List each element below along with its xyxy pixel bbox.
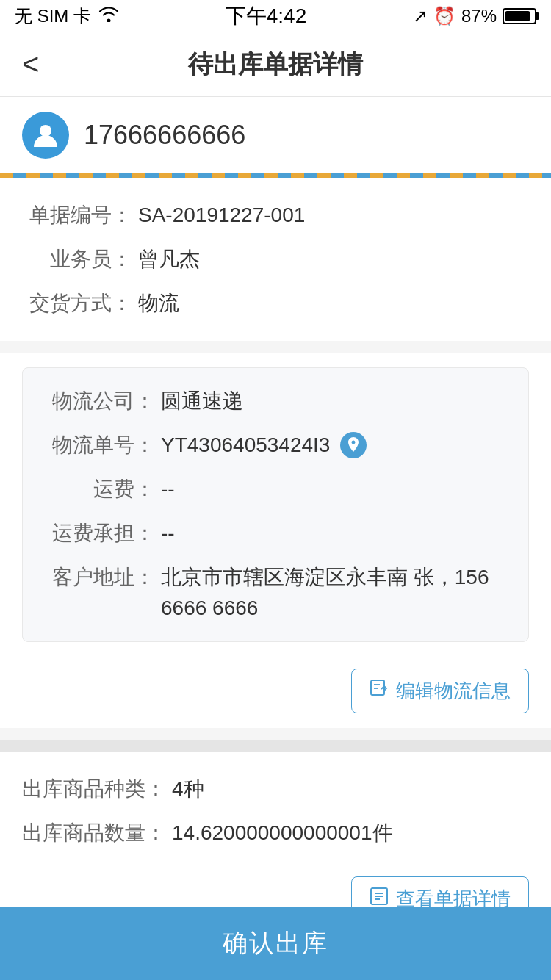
document-no-row: 单据编号： SA-20191227-001 — [22, 200, 529, 231]
edit-icon — [370, 679, 389, 703]
salesperson-row: 业务员： 曾凡杰 — [22, 244, 529, 275]
address-value: 北京市市辖区海淀区永丰南 张，156 6666 6666 — [161, 562, 506, 624]
freight-bearer-row: 运费承担： -- — [45, 518, 506, 549]
page-title: 待出库单据详情 — [188, 48, 363, 82]
freight-label: 运费： — [45, 474, 155, 505]
document-no-label: 单据编号： — [22, 200, 132, 231]
delivery-method-value: 物流 — [138, 288, 529, 319]
address-label: 客户地址： — [45, 562, 155, 593]
status-bar-left: 无 SIM 卡 — [15, 4, 119, 28]
battery-percentage: 87% — [461, 6, 497, 26]
wifi-icon — [98, 6, 119, 26]
product-qty-label: 出库商品数量： — [22, 818, 166, 849]
customer-phone: 17666666666 — [84, 120, 245, 151]
location-status-icon: ↗ — [413, 6, 428, 26]
battery-fill — [505, 11, 530, 21]
address-row: 客户地址： 北京市市辖区海淀区永丰南 张，156 6666 6666 — [45, 562, 506, 624]
avatar — [22, 112, 69, 159]
alarm-icon: ⏰ — [433, 6, 455, 26]
status-bar-right: ↗ ⏰ 87% — [413, 6, 536, 26]
logistics-section: 物流公司： 圆通速递 物流单号： YT43064053424I3 — [0, 353, 551, 728]
battery-icon — [503, 8, 536, 24]
location-icon[interactable] — [340, 432, 367, 458]
carrier-label: 无 SIM 卡 — [15, 4, 91, 28]
confirm-btn-label: 确认出库 — [223, 926, 328, 960]
status-bar: 无 SIM 卡 下午4:42 ↗ ⏰ 87% — [0, 0, 551, 32]
logistics-company-value: 圆通速递 — [161, 386, 506, 417]
order-info-section: 单据编号： SA-20191227-001 业务员： 曾凡杰 交货方式： 物流 — [0, 178, 551, 341]
tracking-no-text: YT43064053424I3 — [161, 430, 330, 461]
delivery-method-row: 交货方式： 物流 — [22, 288, 529, 319]
salesperson-value: 曾凡杰 — [138, 244, 529, 275]
edit-logistics-label: 编辑物流信息 — [396, 678, 511, 704]
confirm-outbound-button[interactable]: 确认出库 — [0, 907, 551, 980]
nav-bar: < 待出库单据详情 — [0, 32, 551, 97]
product-qty-value: 14.620000000000001件 — [172, 818, 529, 849]
tracking-value-container: YT43064053424I3 — [161, 430, 506, 461]
svg-point-0 — [40, 125, 51, 137]
main-content: 17666666666 单据编号： SA-20191227-001 业务员： 曾… — [0, 97, 551, 980]
edit-logistics-btn-wrap: 编辑物流信息 — [22, 654, 529, 713]
tracking-no-row: 物流单号： YT43064053424I3 — [45, 430, 506, 461]
freight-bearer-label: 运费承担： — [45, 518, 155, 549]
logistics-company-row: 物流公司： 圆通速递 — [45, 386, 506, 417]
document-no-value: SA-20191227-001 — [138, 200, 529, 231]
product-types-row: 出库商品种类： 4种 — [22, 774, 529, 804]
delivery-method-label: 交货方式： — [22, 288, 132, 319]
freight-value: -- — [161, 474, 506, 505]
customer-header: 17666666666 — [0, 97, 551, 173]
freight-row: 运费： -- — [45, 474, 506, 505]
salesperson-label: 业务员： — [22, 244, 132, 275]
product-qty-row: 出库商品数量： 14.620000000000001件 — [22, 818, 529, 849]
logistics-card: 物流公司： 圆通速递 物流单号： YT43064053424I3 — [22, 367, 529, 642]
freight-bearer-value: -- — [161, 518, 506, 549]
edit-logistics-button[interactable]: 编辑物流信息 — [351, 669, 529, 713]
product-types-label: 出库商品种类： — [22, 774, 166, 804]
product-types-value: 4种 — [172, 774, 529, 804]
section-separator — [0, 740, 551, 752]
logistics-company-label: 物流公司： — [45, 386, 155, 417]
back-button[interactable]: < — [22, 48, 66, 81]
tracking-no-value: YT43064053424I3 — [161, 430, 506, 461]
tracking-no-label: 物流单号： — [45, 430, 155, 461]
status-bar-time: 下午4:42 — [226, 2, 307, 30]
